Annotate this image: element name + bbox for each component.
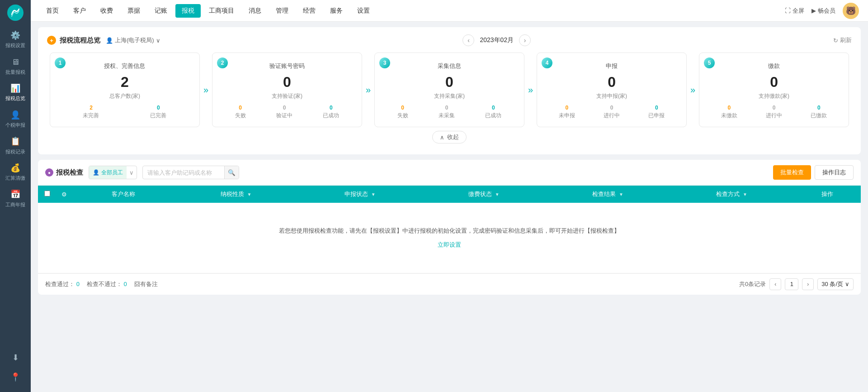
step-2-stat-0: 0 失败 (235, 105, 246, 120)
prev-page-btn[interactable]: ‹ (769, 278, 781, 290)
tax-settings-icon: ⚙️ (10, 30, 20, 41)
step-4-stat-0-num: 0 (565, 105, 568, 111)
nav-operation[interactable]: 经营 (297, 4, 322, 18)
location-selector[interactable]: 👤 上海(电子税局) ∨ (106, 36, 160, 44)
nav-tax[interactable]: 报税 (175, 4, 201, 18)
avatar[interactable]: 🐻 (843, 3, 859, 19)
refresh-btn[interactable]: ↻ 刷新 (833, 36, 852, 44)
staff-selector[interactable]: 👤 全部员工 ∨ (89, 166, 137, 179)
nav-customer[interactable]: 客户 (67, 4, 92, 18)
location-person-icon: 👤 (106, 37, 113, 44)
sidebar-item-settlement[interactable]: 💰 汇算清缴 (0, 159, 31, 186)
staff-badge: 👤 全部员工 (89, 166, 127, 179)
nav-accounting[interactable]: 记账 (148, 4, 174, 18)
pagination: 共0条记录 ‹ 1 › 30 条/页 ∨ (739, 278, 854, 290)
table-head: ⚙ 客户名称 纳税性质 ▼ 申报状态 ▼ (38, 186, 861, 203)
search-btn[interactable]: 🔍 (224, 166, 239, 179)
nav-fee[interactable]: 收费 (94, 4, 119, 18)
per-page-arrow: ∨ (845, 281, 849, 287)
step-3-stats: 0 失败 0 未采集 0 已成功 (382, 105, 517, 120)
next-month-btn[interactable]: › (519, 34, 531, 46)
step-1-count: 2 (57, 74, 192, 91)
step-5-stat-0-num: 0 (727, 105, 731, 111)
tax-nature-filter-icon[interactable]: ▼ (247, 192, 252, 197)
vip-btn[interactable]: ▶ 畅会员 (811, 7, 835, 15)
step-5-num: 5 (704, 57, 715, 68)
taxcheck-card: ● 报税检查 👤 全部员工 ∨ 🔍 批量检查 操作日志 (38, 160, 861, 295)
check-result-filter-icon[interactable]: ▼ (619, 192, 623, 197)
check-header: ● 报税检查 👤 全部员工 ∨ 🔍 批量检查 操作日志 (38, 160, 861, 186)
step-3-title: 采集信息 (382, 60, 517, 70)
nav-message[interactable]: 消息 (242, 4, 268, 18)
setup-link[interactable]: 立即设置 (438, 241, 461, 248)
sidebar-item-annual-report[interactable]: 📅 工商年报 (0, 185, 31, 212)
content-area: + 报税流程总览 👤 上海(电子税局) ∨ ‹ 2023年02月 › ↻ (31, 22, 868, 392)
step-4-stat-2-label: 已申报 (648, 112, 665, 120)
step-3-stat-0: 0 失败 (397, 105, 408, 120)
nav-management[interactable]: 管理 (269, 4, 295, 18)
step-1-stat-0-label: 未完善 (83, 112, 99, 120)
step-2-stat-2-label: 已成功 (323, 112, 339, 120)
check-method-filter-icon[interactable]: ▼ (743, 192, 747, 197)
sidebar-item-batch-tax[interactable]: 🖥 批量报税 (0, 53, 31, 80)
nav-business[interactable]: 工商项目 (203, 4, 241, 18)
pay-status-filter-icon[interactable]: ▼ (495, 192, 500, 197)
current-page: 1 (785, 278, 798, 290)
batch-check-btn[interactable]: 批量检查 (773, 165, 811, 180)
next-page-btn[interactable]: › (802, 278, 814, 290)
prev-month-btn[interactable]: ‹ (462, 34, 474, 46)
declare-status-filter-icon[interactable]: ▼ (371, 192, 376, 197)
step-1-stat-0: 2 未完善 (83, 105, 99, 120)
nav-settings[interactable]: 设置 (351, 4, 376, 18)
sidebar-item-location[interactable]: 📍 (9, 368, 22, 387)
empty-row: 若您想使用报税检查功能，请先在【报税设置】中进行报税的初始化设置，完成密码验证和… (38, 203, 861, 273)
collapse-btn[interactable]: ∧ 收起 (432, 131, 467, 143)
sidebar-item-personal-tax[interactable]: 👤 个税申报 (0, 106, 31, 133)
fail-count-link[interactable]: 0 (123, 281, 127, 287)
staff-icon: 👤 (93, 169, 99, 176)
step-5-stat-1-num: 0 (773, 105, 776, 111)
fullscreen-btn[interactable]: ⛶ 全屏 (785, 7, 804, 15)
step-2-label: 支持验证(家) (220, 92, 354, 100)
step-1-stat-1-num: 0 (157, 105, 160, 111)
pass-count-link[interactable]: 0 (76, 281, 80, 287)
overview-title-icon: + (47, 36, 56, 45)
sidebar-item-tax-record[interactable]: 📋 报税记录 (0, 132, 31, 159)
step-3-stat-2-num: 0 (492, 105, 495, 111)
col-tax-nature: 纳税性质 ▼ (174, 186, 298, 203)
step-2-stats: 0 失败 0 验证中 0 已成功 (220, 105, 354, 120)
step-3-stat-1-label: 未采集 (439, 112, 455, 120)
nav-home[interactable]: 首页 (40, 4, 65, 18)
check-table: ⚙ 客户名称 纳税性质 ▼ 申报状态 ▼ (38, 186, 861, 273)
check-title: ● 报税检查 (45, 168, 83, 177)
collapse-icon: ∧ (440, 134, 444, 141)
sidebar-item-download[interactable]: ⬇ (9, 349, 22, 368)
nav-invoice[interactable]: 票据 (121, 4, 146, 18)
search-input[interactable] (143, 169, 224, 176)
per-page-selector[interactable]: 30 条/页 ∨ (817, 278, 854, 290)
step-arrow-4: » (689, 53, 696, 127)
step-4-card: 4 申报 0 支持申报(家) 0 未申报 0 进行中 (537, 53, 687, 127)
steps-row: 1 授权、完善信息 2 总客户数(家) 2 未完善 0 已完善 (47, 53, 852, 127)
step-2-stat-2-num: 0 (330, 105, 333, 111)
step-5-stat-0-label: 未缴款 (721, 112, 737, 120)
step-1-stat-1: 0 已完善 (150, 105, 166, 120)
topnav-right: ⛶ 全屏 ▶ 畅会员 🐻 (785, 3, 859, 19)
step-5-stat-2-num: 0 (817, 105, 821, 111)
check-title-icon: ● (45, 168, 53, 177)
sidebar-item-tax-settings[interactable]: ⚙️ 报税设置 (0, 26, 31, 53)
step-1-card: 1 授权、完善信息 2 总客户数(家) 2 未完善 0 已完善 (50, 53, 200, 127)
step-1-stat-1-label: 已完善 (150, 112, 166, 120)
tax-record-icon: 📋 (10, 136, 20, 147)
select-all-checkbox[interactable] (44, 191, 50, 196)
operation-log-btn[interactable]: 操作日志 (815, 165, 854, 180)
step-2-stat-1-label: 验证中 (276, 112, 292, 120)
settlement-icon: 💰 (10, 163, 20, 174)
step-5-label: 支持缴款(家) (707, 92, 841, 100)
col-check-result: 检查结果 ▼ (546, 186, 670, 203)
col-action: 操作 (794, 186, 861, 203)
nav-service[interactable]: 服务 (324, 4, 349, 18)
step-5-title: 缴款 (707, 60, 841, 70)
step-3-label: 支持采集(家) (382, 92, 517, 100)
sidebar-item-tax-overview[interactable]: 📊 报税总览 (0, 79, 31, 106)
